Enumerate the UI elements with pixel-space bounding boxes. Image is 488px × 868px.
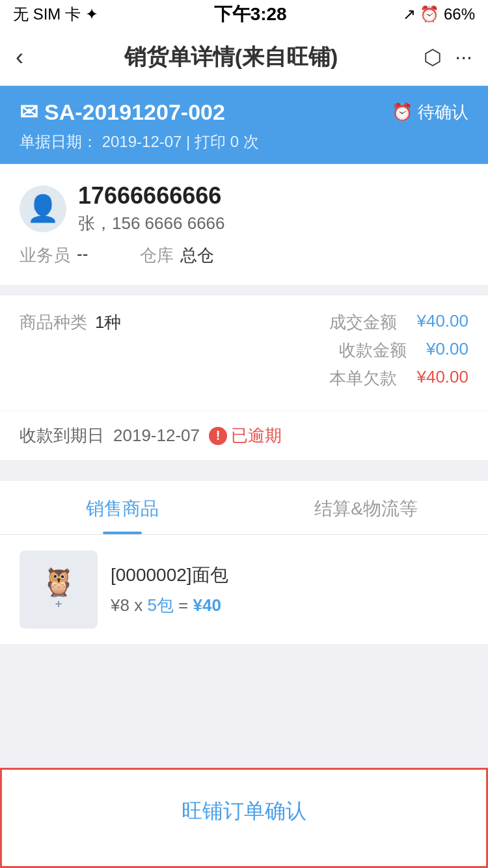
product-item: 🦉 + [0000002]面包 ¥8 x 5包 = ¥40 (0, 535, 488, 644)
status-time: 下午3:28 (214, 2, 287, 27)
product-thumbnail: 🦉 + (20, 550, 98, 629)
overdue-alert-icon: ! (209, 427, 227, 445)
customer-phone: 17666666666 (78, 182, 225, 210)
summary-section: 商品种类 1种 成交金额 ¥40.00 收款金额 ¥0.00 本单欠款 ¥40.… (0, 295, 488, 411)
staff-label: 业务员 (20, 244, 70, 267)
due-date-label: 收款到期日 (20, 424, 104, 447)
due-label: 本单欠款 (329, 367, 397, 390)
customer-section: 👤 17666666666 张，156 6666 6666 业务员 -- 仓库 … (0, 164, 488, 285)
product-qty: 5包 (147, 595, 173, 615)
customer-meta: 业务员 -- 仓库 总仓 (20, 244, 468, 267)
received-value: ¥0.00 (426, 339, 468, 362)
goods-type-label: 商品种类 (20, 311, 87, 334)
due-value: ¥40.00 (416, 367, 468, 390)
tabs-section: 销售商品 结算&物流等 🦉 + [0000002]面包 ¥8 x 5包 = ¥4… (0, 481, 488, 644)
received-amount-row: 收款金额 ¥0.00 (329, 339, 468, 362)
page-title: 销货单详情(来自旺铺) (55, 42, 407, 72)
confirm-button-wrap: 旺铺订单确认 (0, 768, 488, 868)
price-text: ¥8 x (111, 595, 147, 615)
status-clock-icon: ⏰ (392, 102, 413, 122)
back-button[interactable]: ‹ (16, 44, 55, 71)
status-bar: 无 SIM 卡 ✦ 下午3:28 ↗ ⏰ 66% (0, 0, 488, 29)
product-logo-icon: 🦉 (42, 569, 75, 596)
divider-2 (0, 460, 488, 470)
status-text: 待确认 (418, 101, 468, 124)
more-icon[interactable]: ··· (455, 45, 472, 69)
share-icon[interactable]: ⬡ (424, 45, 442, 70)
order-id: ✉ SA-20191207-002 (20, 99, 225, 125)
warehouse-label: 仓库 (140, 244, 174, 267)
avatar-icon: 👤 (27, 193, 59, 224)
status-right: ↗ ⏰ 66% (403, 5, 475, 23)
nav-actions: ⬡ ··· (407, 45, 472, 70)
divider-1 (0, 285, 488, 295)
order-icon: ✉ (20, 99, 38, 125)
order-date: 单据日期： 2019-12-07 | 打印 0 次 (20, 131, 468, 152)
deal-amount-row: 成交金额 ¥40.00 (329, 311, 468, 334)
due-date-value: 2019-12-07 (113, 426, 200, 446)
overdue-text: 已逾期 (231, 424, 282, 447)
tabs-row: 销售商品 结算&物流等 (0, 481, 488, 535)
avatar: 👤 (20, 185, 66, 232)
product-price: ¥8 x 5包 = ¥40 (111, 594, 468, 617)
status-icons: ↗ ⏰ 66% (403, 5, 475, 23)
goods-type: 商品种类 1种 (20, 311, 121, 334)
product-logo-plus: + (55, 597, 62, 611)
order-header: ✉ SA-20191207-002 ⏰ 待确认 单据日期： 2019-12-07… (0, 86, 488, 164)
order-id-text: SA-20191207-002 (44, 100, 225, 125)
due-date-section: 收款到期日 2019-12-07 ! 已逾期 (0, 411, 488, 460)
staff-meta: 业务员 -- (20, 244, 88, 267)
warehouse-value: 总仓 (180, 244, 214, 267)
deal-amount-label: 成交金额 (329, 311, 397, 334)
order-status: ⏰ 待确认 (392, 101, 468, 124)
tab-sales-goods[interactable]: 销售商品 (0, 481, 244, 534)
due-amount-row: 本单欠款 ¥40.00 (329, 367, 468, 390)
deal-amount-value: ¥40.00 (416, 311, 468, 334)
received-label: 收款金额 (339, 339, 407, 362)
customer-name: 张，156 6666 6666 (78, 212, 225, 235)
product-info: [0000002]面包 ¥8 x 5包 = ¥40 (111, 563, 468, 617)
goods-type-value: 1种 (95, 311, 121, 334)
product-total: ¥40 (193, 595, 221, 615)
amounts: 成交金额 ¥40.00 收款金额 ¥0.00 本单欠款 ¥40.00 (329, 311, 468, 395)
product-name: [0000002]面包 (111, 563, 468, 588)
status-left: 无 SIM 卡 ✦ (13, 4, 98, 25)
sim-label: 无 SIM 卡 ✦ (13, 4, 98, 25)
warehouse-meta: 仓库 总仓 (140, 244, 214, 267)
equal-sign: = (174, 595, 193, 615)
confirm-button[interactable]: 旺铺订单确认 (21, 783, 467, 840)
staff-value: -- (77, 244, 88, 267)
nav-bar: ‹ 销货单详情(来自旺铺) ⬡ ··· (0, 29, 488, 86)
overdue-badge: ! 已逾期 (209, 424, 282, 447)
tab-settlement[interactable]: 结算&物流等 (244, 481, 488, 534)
